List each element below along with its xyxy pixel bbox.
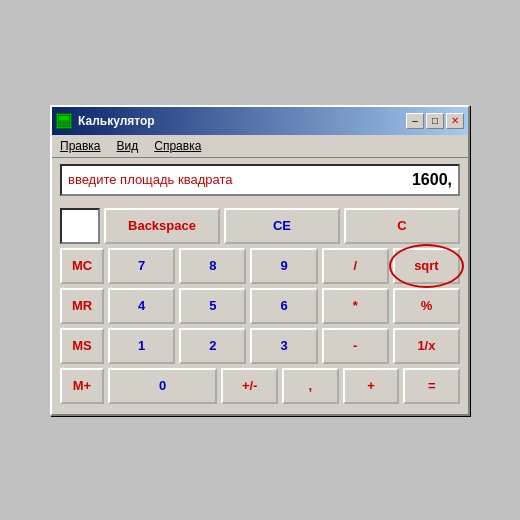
mc-button[interactable]: MC [60, 248, 104, 284]
menu-bar: Правка Вид Справка [52, 135, 468, 158]
app-icon [56, 113, 72, 129]
display-row: введите площадь квадрата 1600, [60, 164, 460, 196]
calc-body: Backspace CE C MC 7 8 9 / sqrt MR 4 5 6 … [52, 202, 468, 414]
btn-percent[interactable]: % [393, 288, 460, 324]
top-row: Backspace CE C [60, 208, 460, 244]
btn-6[interactable]: 6 [250, 288, 317, 324]
ms-button[interactable]: MS [60, 328, 104, 364]
btn-2[interactable]: 2 [179, 328, 246, 364]
btn-5[interactable]: 5 [179, 288, 246, 324]
ce-button[interactable]: CE [224, 208, 340, 244]
menu-pravka[interactable]: Правка [56, 137, 105, 155]
calculator-window: Калькулятор – □ ✕ Правка Вид Справка вве… [50, 105, 470, 416]
btn-divide[interactable]: / [322, 248, 389, 284]
memory-display [60, 208, 100, 244]
display-value: 1600, [392, 171, 452, 189]
display-area: введите площадь квадрата 1600, [52, 158, 468, 202]
backspace-button[interactable]: Backspace [104, 208, 220, 244]
svg-rect-1 [59, 116, 69, 120]
btn-0[interactable]: 0 [108, 368, 217, 404]
title-bar: Калькулятор – □ ✕ [52, 107, 468, 135]
display-hint: введите площадь квадрата [68, 172, 392, 187]
mplus-button[interactable]: M+ [60, 368, 104, 404]
btn-plus[interactable]: + [343, 368, 400, 404]
window-title: Калькулятор [78, 114, 400, 128]
btn-9[interactable]: 9 [250, 248, 317, 284]
calc-grid: MC 7 8 9 / sqrt MR 4 5 6 * % MS 1 2 [60, 248, 460, 404]
btn-1[interactable]: 1 [108, 328, 175, 364]
menu-spravka[interactable]: Справка [150, 137, 205, 155]
close-button[interactable]: ✕ [446, 113, 464, 129]
btn-4[interactable]: 4 [108, 288, 175, 324]
window-controls: – □ ✕ [406, 113, 464, 129]
calc-row-4: M+ 0 +/- , + = [60, 368, 460, 404]
mr-button[interactable]: MR [60, 288, 104, 324]
btn-equals[interactable]: = [403, 368, 460, 404]
calc-row-2: MR 4 5 6 * % [60, 288, 460, 324]
maximize-button[interactable]: □ [426, 113, 444, 129]
btn-3[interactable]: 3 [250, 328, 317, 364]
btn-negate[interactable]: +/- [221, 368, 278, 404]
btn-reciprocal[interactable]: 1/x [393, 328, 460, 364]
btn-minus[interactable]: - [322, 328, 389, 364]
btn-multiply[interactable]: * [322, 288, 389, 324]
btn-7[interactable]: 7 [108, 248, 175, 284]
minimize-button[interactable]: – [406, 113, 424, 129]
btn-8[interactable]: 8 [179, 248, 246, 284]
c-button[interactable]: C [344, 208, 460, 244]
menu-vid[interactable]: Вид [113, 137, 143, 155]
calc-row-3: MS 1 2 3 - 1/x [60, 328, 460, 364]
sqrt-button[interactable]: sqrt [393, 248, 460, 284]
calc-row-1: MC 7 8 9 / sqrt [60, 248, 460, 284]
btn-comma[interactable]: , [282, 368, 339, 404]
